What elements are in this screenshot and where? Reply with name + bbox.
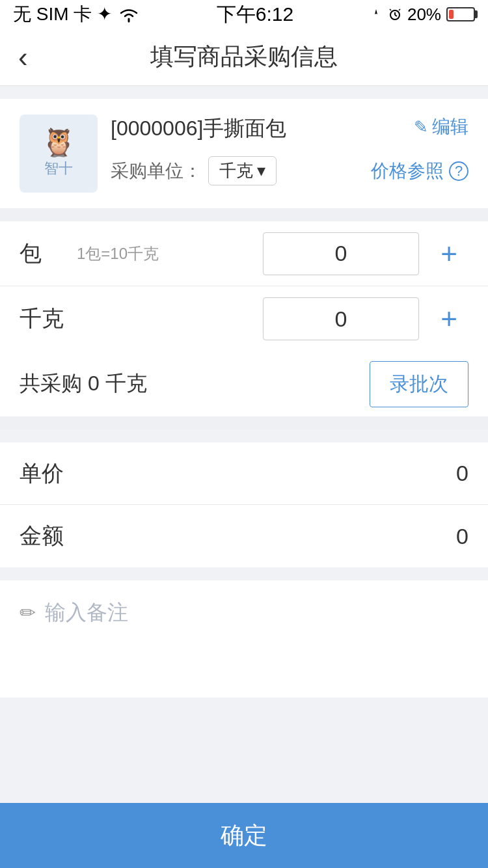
product-info: [0000006]手撕面包 ✎ 编辑 采购单位： 千克 ▾ 价格参照 ? <box>111 115 468 185</box>
confirm-button[interactable]: 确定 <box>0 803 488 868</box>
notes-placeholder: 输入备注 <box>45 599 128 627</box>
page-title: 填写商品采购信息 <box>150 41 338 73</box>
batch-button[interactable]: 录批次 <box>370 361 468 407</box>
unit-select[interactable]: 千克 ▾ <box>208 156 277 185</box>
product-thumb-label: 智十 <box>44 159 73 178</box>
price-ref-label: 价格参照 <box>371 159 444 183</box>
product-info-bottom: 采购单位： 千克 ▾ 价格参照 ? <box>111 156 468 185</box>
bao-input-right: 0 + <box>263 232 468 275</box>
product-info-top: [0000006]手撕面包 ✎ 编辑 <box>111 115 468 143</box>
pencil-icon: ✏ <box>20 601 36 624</box>
status-bar-right: 20% <box>370 5 475 25</box>
summary-row: 共采购 0 千克 录批次 <box>0 351 488 416</box>
status-bar: 无 SIM 卡 ✦ 下午6:12 20% <box>0 0 488 29</box>
separator-2 <box>0 416 488 429</box>
kg-input-right: 0 + <box>263 297 468 340</box>
alarm-icon <box>388 7 402 21</box>
product-owl-icon: 🦉 <box>42 129 75 156</box>
product-card: 🦉 智十 [0000006]手撕面包 ✎ 编辑 采购单位： 千克 ▾ <box>0 99 488 208</box>
unit-prefix-label: 采购单位： <box>111 159 202 183</box>
product-thumbnail: 🦉 智十 <box>20 115 98 193</box>
unit-price-row: 单价 0 <box>0 442 488 505</box>
confirm-button-label: 确定 <box>221 820 267 852</box>
info-section: 单价 0 金额 0 <box>0 442 488 567</box>
kg-plus-button[interactable]: + <box>429 299 468 338</box>
bao-plus-button[interactable]: + <box>429 234 468 273</box>
unit-price-label: 单价 <box>20 459 64 489</box>
status-bar-time: 下午6:12 <box>217 1 293 28</box>
unit-row: 采购单位： 千克 ▾ <box>111 156 277 185</box>
kg-quantity-input[interactable]: 0 <box>263 297 419 340</box>
summary-text: 共采购 0 千克 <box>20 370 147 398</box>
bao-sub-label: 1包=10千克 <box>77 243 159 264</box>
amount-value: 0 <box>456 524 468 549</box>
location-icon <box>370 8 383 21</box>
svg-line-2 <box>395 15 397 16</box>
svg-line-3 <box>390 9 391 10</box>
notes-section[interactable]: ✏ 输入备注 <box>0 580 488 698</box>
svg-line-4 <box>399 9 400 10</box>
battery-indicator <box>446 7 475 21</box>
kg-input-row: 千克 0 + <box>0 286 488 351</box>
bao-input-row: 包 1包=10千克 0 + <box>0 221 488 286</box>
wifi-icon <box>117 6 141 23</box>
bao-label: 包 <box>20 239 72 269</box>
battery-percent: 20% <box>407 5 441 25</box>
status-bar-left: 无 SIM 卡 ✦ <box>13 2 141 27</box>
price-ref-button[interactable]: 价格参照 ? <box>371 159 468 183</box>
amount-row: 金额 0 <box>0 505 488 567</box>
amount-label: 金额 <box>20 521 64 551</box>
product-name: [0000006]手撕面包 <box>111 115 286 143</box>
sim-label: 无 SIM 卡 ✦ <box>13 2 112 27</box>
unit-price-value: 0 <box>456 461 468 486</box>
back-button[interactable]: ‹ <box>18 43 28 72</box>
edit-icon: ✎ <box>414 117 428 137</box>
quantity-input-section: 包 1包=10千克 0 + 千克 0 + <box>0 221 488 351</box>
kg-label: 千克 <box>20 304 72 334</box>
edit-button[interactable]: ✎ 编辑 <box>414 115 468 139</box>
edit-label: 编辑 <box>432 115 468 139</box>
unit-dropdown-icon: ▾ <box>257 161 265 181</box>
main-content: 🦉 智十 [0000006]手撕面包 ✎ 编辑 采购单位： 千克 ▾ <box>0 99 488 776</box>
nav-bar: ‹ 填写商品采购信息 <box>0 29 488 86</box>
unit-value: 千克 <box>219 159 253 182</box>
bao-quantity-input[interactable]: 0 <box>263 232 419 275</box>
separator-1 <box>0 208 488 221</box>
help-icon: ? <box>449 161 468 181</box>
